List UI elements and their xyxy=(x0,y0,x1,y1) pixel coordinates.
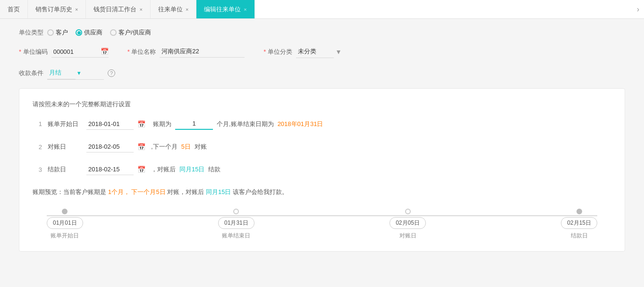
preview-next: 下一个月5日 xyxy=(131,188,165,195)
unit-type-label: 单位类型 xyxy=(19,28,43,37)
radio-both[interactable]: 客户/供应商 xyxy=(110,28,151,37)
timeline-node-3 xyxy=(405,209,411,214)
payment-terms-label: 收款条件 xyxy=(19,69,43,77)
timeline-point-1: 01月01日 账单开始日 xyxy=(47,209,83,240)
preview-end: 该客户会给我打款。 xyxy=(233,188,288,195)
tab-expander[interactable]: › xyxy=(632,0,644,18)
radio-supplier-circle xyxy=(76,29,82,36)
timeline-label-2: 账单结束日 xyxy=(222,232,250,240)
payment-terms-arrow: ▾ xyxy=(77,69,81,76)
row-2-calendar-icon[interactable]: 📅 xyxy=(137,143,145,151)
preview-text: 账期预览：当前客户账期是 1个月， 下一个月5日 对账，对账后 同月15日 该客… xyxy=(33,186,611,197)
radio-customer-circle xyxy=(47,29,54,36)
preview-label: 账期预览：当前客户账期是 xyxy=(33,188,106,195)
timeline-label-3: 对账日 xyxy=(399,232,416,240)
timeline-node-1 xyxy=(62,209,68,214)
payment-terms-row: 收款条件 月结 ▾ ? xyxy=(19,67,625,80)
unit-code-input-wrapper: 📅 xyxy=(51,46,109,58)
timeline-date-2: 01月31日 xyxy=(218,217,254,229)
preview-1m: 1个月， xyxy=(108,188,130,195)
row-3-calendar-icon[interactable]: 📅 xyxy=(137,166,145,173)
tab-sales-order-label: 销售订单历史 xyxy=(35,5,72,14)
row-1-date[interactable] xyxy=(86,118,134,130)
timeline: 01月01日 账单开始日 01月31日 账单结束日 02月05日 对账日 xyxy=(33,209,611,240)
radio-customer[interactable]: 客户 xyxy=(47,28,68,37)
timeline-date-3: 02月05日 xyxy=(390,217,426,229)
radio-both-circle xyxy=(110,29,117,36)
row-3-suffix3: 结款 xyxy=(208,165,220,174)
radio-supplier-label: 供应商 xyxy=(84,28,102,37)
row-2-num: 2 xyxy=(33,144,42,151)
setting-row-2: 2 对账日 📅 ,下一个月 5日 对账 xyxy=(33,141,611,152)
tab-bar: 首页 销售订单历史 × 钱货日清工作台 × 往来单位 × 编辑往来单位 × › xyxy=(0,0,644,19)
row-2-suffix3: 对账 xyxy=(195,143,207,151)
unit-code-icon[interactable]: 📅 xyxy=(101,48,109,55)
row-1-value: 📅 账期为 个月,账单结束日期为 2018年01月31日 xyxy=(86,118,323,130)
timeline-label-4: 结款日 xyxy=(571,232,588,240)
timeline-point-4: 02月15日 结款日 xyxy=(561,209,597,240)
timeline-point-3: 02月05日 对账日 xyxy=(390,209,426,240)
settings-panel: 请按照未来的一个完整帐期进行设置 1 账单开始日 📅 账期为 个月,账单结束日期… xyxy=(19,88,625,252)
unit-name-label: 单位名称 xyxy=(127,48,156,56)
unit-category-label: 单位分类 xyxy=(263,48,292,56)
tab-home[interactable]: 首页 xyxy=(0,0,28,18)
timeline-points: 01月01日 账单开始日 01月31日 账单结束日 02月05日 对账日 xyxy=(47,209,597,240)
row-3-suffix2: 同月15日 xyxy=(179,165,204,174)
payment-terms-dropdown[interactable]: 月结 ▾ xyxy=(47,67,104,80)
tab-cash-work[interactable]: 钱货日清工作台 × xyxy=(86,0,150,18)
tab-home-label: 首页 xyxy=(8,5,20,14)
row-3-value: 📅 ，对账后 同月15日 结款 xyxy=(86,164,220,175)
tab-sales-order-close[interactable]: × xyxy=(75,7,78,12)
radio-customer-label: 客户 xyxy=(56,28,68,37)
payment-terms-field: 收款条件 月结 ▾ ? xyxy=(19,67,115,80)
row-2-label: 对账日 xyxy=(48,143,81,151)
tab-sales-order[interactable]: 销售订单历史 × xyxy=(28,0,86,18)
row-1-period-end: 2018年01月31日 xyxy=(278,120,323,128)
tab-cash-work-label: 钱货日清工作台 xyxy=(93,5,136,14)
unit-name-input[interactable] xyxy=(160,46,245,58)
chevron-right-icon: › xyxy=(637,5,639,14)
radio-both-label: 客户/供应商 xyxy=(119,28,151,37)
row-1-num: 1 xyxy=(33,120,42,127)
row-3-date[interactable] xyxy=(86,164,134,175)
unit-code-label: 单位编码 xyxy=(19,48,48,56)
unit-code-input[interactable] xyxy=(51,46,99,57)
tab-partners-close[interactable]: × xyxy=(186,7,188,12)
setting-row-1: 1 账单开始日 📅 账期为 个月,账单结束日期为 2018年01月31日 xyxy=(33,118,611,130)
row-1-period-unit: 个月,账单结束日期为 xyxy=(217,120,274,128)
preview-mid: 对账，对账后 xyxy=(167,188,204,195)
timeline-label-1: 账单开始日 xyxy=(51,232,79,240)
row-2-value: 📅 ,下一个月 5日 对账 xyxy=(86,141,207,152)
panel-title: 请按照未来的一个完整帐期进行设置 xyxy=(33,100,611,109)
unit-category-select[interactable]: 未分类 ▾ xyxy=(296,45,340,58)
tab-partners[interactable]: 往来单位 × xyxy=(151,0,196,18)
row-2-date[interactable] xyxy=(86,141,134,152)
payment-terms-help[interactable]: ? xyxy=(108,69,115,77)
timeline-point-2: 01月31日 账单结束日 xyxy=(218,209,254,240)
payment-terms-value: 月结 xyxy=(47,67,76,79)
setting-row-3: 3 结款日 📅 ，对账后 同月15日 结款 xyxy=(33,164,611,175)
timeline-node-2 xyxy=(233,209,239,214)
row-2-suffix1: ,下一个月 xyxy=(151,143,178,151)
row-1-calendar-icon[interactable]: 📅 xyxy=(137,120,145,128)
tab-partners-label: 往来单位 xyxy=(158,5,183,14)
row-1-period-input[interactable] xyxy=(175,118,213,130)
timeline-date-4: 02月15日 xyxy=(561,217,597,229)
tab-edit-partner-close[interactable]: × xyxy=(244,7,246,12)
row-1-period-prefix: 账期为 xyxy=(153,120,171,128)
radio-supplier[interactable]: 供应商 xyxy=(76,28,102,37)
row-3-num: 3 xyxy=(33,166,42,173)
row-3-label: 结款日 xyxy=(48,165,81,174)
row-2-suffix2: 5日 xyxy=(181,143,191,151)
preview-same: 同月15日 xyxy=(206,188,231,195)
tab-cash-work-close[interactable]: × xyxy=(139,7,142,12)
unit-category-arrow: ▾ xyxy=(337,47,340,56)
unit-category-value: 未分类 xyxy=(296,45,334,58)
unit-type-radio-group: 客户 供应商 客户/供应商 xyxy=(47,28,151,37)
tab-edit-partner[interactable]: 编辑往来单位 × xyxy=(196,0,254,18)
unit-type-field: 单位类型 客户 供应商 客户/供应商 xyxy=(19,28,151,37)
unit-category-field: 单位分类 未分类 ▾ xyxy=(263,45,340,58)
row-1-label: 账单开始日 xyxy=(48,120,81,128)
unit-type-row: 单位类型 客户 供应商 客户/供应商 xyxy=(19,28,625,37)
tab-edit-partner-label: 编辑往来单位 xyxy=(204,5,241,14)
